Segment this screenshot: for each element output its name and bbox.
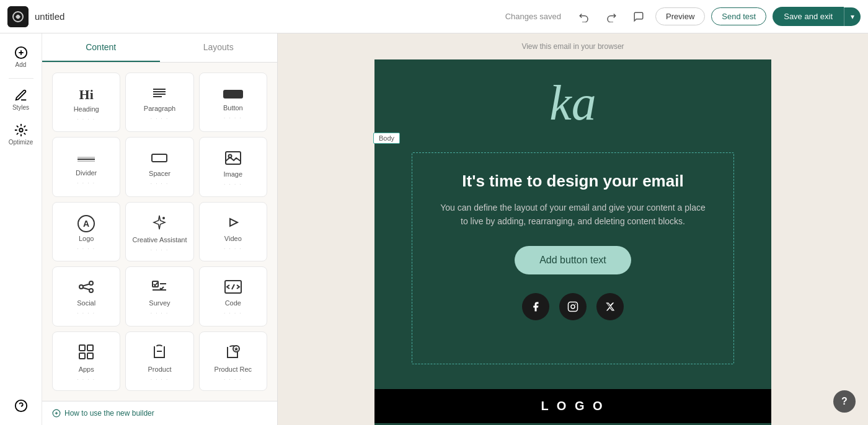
svg-line-25 [83,288,89,290]
paragraph-icon [152,87,167,102]
product-label: Product [148,366,172,373]
survey-icon [151,280,167,297]
social-x-icon[interactable] [596,293,624,320]
icon-sidebar: Add Styles Optimize [0,33,42,425]
sidebar-item-add[interactable]: Add [3,41,39,73]
block-button[interactable]: Button · · · · [199,72,267,132]
product-icon [152,344,167,363]
block-grid: Hi Heading · · · · Paragraph · · · · [42,63,277,401]
social-icon [78,280,95,297]
panel-tabs: Content Layouts [42,33,277,63]
creative-assistant-label: Creative Assistant [132,236,187,243]
svg-point-5 [19,128,23,132]
paragraph-dots: · · · · [151,116,169,121]
image-dots: · · · · [224,182,242,187]
video-label: Video [224,235,242,242]
heading-icon: Hi [79,87,94,103]
svg-rect-32 [87,345,93,351]
image-icon [225,151,241,168]
paragraph-label: Paragraph [144,105,175,112]
creative-assistant-dots: · · · · [151,247,169,253]
apps-label: Apps [79,366,94,373]
email-logo-bar-text: L O G O [384,399,761,413]
sidebar-styles-label: Styles [12,104,29,111]
svg-point-41 [571,305,575,309]
email-cta-button[interactable]: Add button text [515,246,631,274]
block-code[interactable]: Code · · · · [199,266,267,326]
block-spacer[interactable]: Spacer · · · · [125,137,193,196]
video-dots: · · · · [224,246,242,252]
block-paragraph[interactable]: Paragraph · · · · [125,72,193,132]
email-subtext: You can define the layout of your email … [437,201,709,229]
email-browser-link[interactable]: View this email in your browser [374,33,771,59]
sidebar-item-optimize[interactable]: Optimize [3,118,39,151]
save-group: Save and exit ▾ [773,7,861,26]
apps-icon [78,344,94,363]
divider-dots: · · · · [77,180,95,186]
social-label: Social [77,299,95,307]
block-product[interactable]: Product · · · · [125,331,193,391]
email-body-border: It's time to design your email You can d… [412,152,734,364]
button-dots: · · · · [224,115,242,121]
block-heading[interactable]: Hi Heading · · · · [52,72,120,132]
svg-rect-17 [226,152,241,164]
save-exit-button[interactable]: Save and exit [773,7,844,26]
app-logo[interactable] [7,6,29,27]
save-status: Changes saved [505,12,561,21]
help-link[interactable]: How to use the new builder [42,401,277,425]
button-label: Button [223,104,243,112]
logo-label: Logo [79,235,94,242]
block-logo[interactable]: A Logo · · · · [52,202,120,261]
svg-rect-40 [569,302,578,311]
redo-button[interactable] [601,6,622,27]
svg-point-19 [162,217,165,219]
block-product-rec[interactable]: Product Rec · · · · [199,331,267,391]
product-dots: · · · · [151,377,169,382]
email-brand-logo: ka [387,78,759,128]
button-icon [223,87,243,102]
undo-button[interactable] [574,6,595,27]
block-video[interactable]: Video · · · · [199,202,267,261]
comment-button[interactable] [628,6,649,27]
svg-point-23 [89,289,93,292]
spacer-dots: · · · · [151,181,169,186]
social-facebook-icon[interactable] [522,293,549,320]
social-instagram-icon[interactable] [559,293,587,320]
topbar: untitled Changes saved Preview Send test… [0,0,868,33]
product-rec-dots: · · · · [224,377,242,382]
block-apps[interactable]: Apps · · · · [52,331,120,391]
document-title[interactable]: untitled [35,11,64,22]
spacer-icon [151,152,168,167]
send-test-button[interactable]: Send test [711,7,766,25]
svg-point-22 [89,281,93,285]
image-label: Image [224,170,243,178]
tab-content[interactable]: Content [42,33,160,62]
svg-line-24 [83,284,89,286]
sidebar-help[interactable] [3,394,39,418]
preview-button[interactable]: Preview [655,7,705,25]
product-rec-label: Product Rec [215,366,252,373]
block-survey[interactable]: Survey · · · · [125,266,193,326]
svg-marker-20 [230,219,237,226]
block-image[interactable]: Image · · · · [199,137,267,196]
email-body[interactable]: Body It's time to design your email You … [374,140,771,389]
code-dots: · · · · [224,310,242,316]
email-logo-bar: L O G O [374,389,771,423]
survey-label: Survey [149,299,170,307]
svg-rect-34 [87,353,93,359]
tab-layouts[interactable]: Layouts [160,33,278,62]
sidebar-add-label: Add [16,61,27,68]
block-divider[interactable]: Divider · · · · [52,137,120,196]
creative-assistant-icon [151,214,167,234]
block-social[interactable]: Social · · · · [52,266,120,326]
logo-icon: A [78,215,95,232]
product-rec-icon [225,344,241,363]
heading-label: Heading [74,105,99,113]
canvas-area[interactable]: View this email in your browser ka Body … [278,33,868,425]
block-creative-assistant[interactable]: Creative Assistant · · · · [125,202,193,261]
save-dropdown-button[interactable]: ▾ [844,7,861,26]
help-link-text: How to use the new builder [64,409,154,418]
help-button[interactable]: ? [833,390,856,413]
body-section-label: Body [373,133,400,144]
sidebar-item-styles[interactable]: Styles [3,84,39,116]
